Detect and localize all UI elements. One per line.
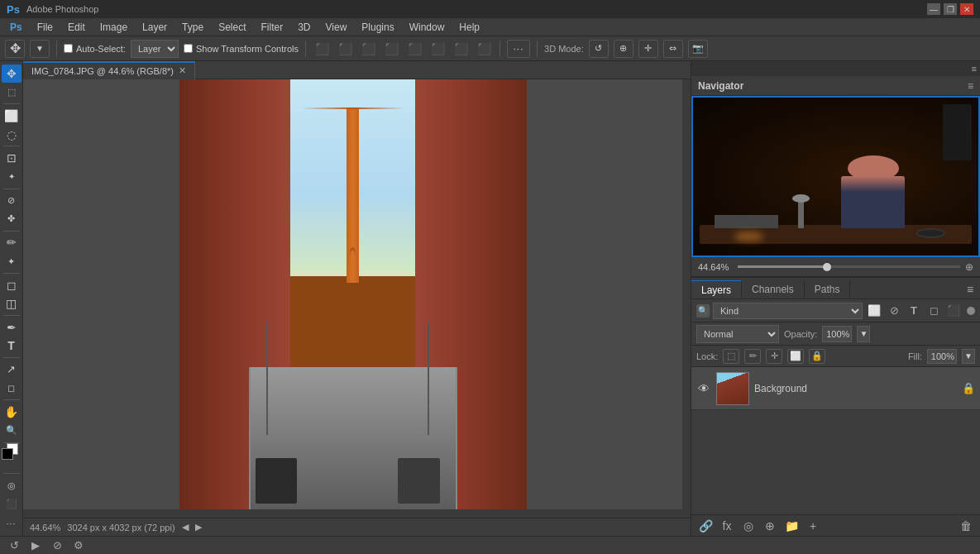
- filter-shape-btn[interactable]: ◻: [925, 303, 942, 319]
- artboard-tool[interactable]: ⬚: [2, 84, 22, 102]
- lock-transparent-btn[interactable]: ⬚: [723, 349, 739, 364]
- prev-btn[interactable]: ◀: [182, 522, 189, 533]
- quick-mask-btn[interactable]: ◎: [2, 476, 22, 494]
- lock-all-btn[interactable]: 🔒: [809, 349, 825, 364]
- align-left-btn[interactable]: ⬛: [313, 40, 331, 58]
- screen-mode-btn[interactable]: ⬛: [2, 495, 22, 513]
- minimize-button[interactable]: —: [927, 3, 940, 15]
- crop-tool[interactable]: ⊡: [2, 149, 22, 167]
- 3d-walk-btn[interactable]: ✛: [638, 40, 658, 58]
- add-mask-btn[interactable]: ◎: [739, 518, 758, 534]
- more-tools-btn[interactable]: ···: [2, 515, 22, 533]
- lasso-tool[interactable]: ◌: [2, 126, 22, 144]
- menu-plugins[interactable]: Plugins: [355, 20, 400, 35]
- menu-filter[interactable]: Filter: [254, 20, 289, 35]
- adjustments-btn[interactable]: ⊘: [48, 537, 66, 554]
- transform-checkbox[interactable]: [184, 44, 193, 53]
- foreground-color-swatch[interactable]: [2, 448, 13, 460]
- opacity-arrow[interactable]: ▼: [857, 326, 870, 342]
- align-right-btn[interactable]: ⬛: [359, 40, 377, 58]
- tab-close-btn[interactable]: ✕: [179, 65, 186, 76]
- align-h-btn[interactable]: ⬛: [382, 40, 400, 58]
- delete-layer-btn[interactable]: 🗑: [957, 518, 975, 534]
- layer-filter-select[interactable]: Kind: [713, 303, 863, 319]
- fill-arrow[interactable]: ▼: [962, 349, 975, 364]
- arrange-btn[interactable]: ✥: [5, 40, 25, 58]
- opacity-input[interactable]: [822, 326, 852, 342]
- menu-view[interactable]: View: [319, 20, 354, 35]
- add-group-btn[interactable]: 📁: [782, 518, 801, 534]
- layers-menu-btn[interactable]: ≡: [960, 280, 980, 298]
- brush-tool[interactable]: ✏: [2, 234, 22, 252]
- path-selection-tool[interactable]: ↗: [2, 361, 22, 379]
- more-options-btn[interactable]: ···: [507, 40, 530, 58]
- zoom-slider-thumb[interactable]: [823, 263, 831, 271]
- close-button[interactable]: ✕: [960, 3, 973, 15]
- history-btn[interactable]: ↺: [5, 537, 23, 554]
- align-middle-btn[interactable]: ⬛: [428, 40, 447, 58]
- healing-tool[interactable]: ✤: [2, 210, 22, 228]
- add-adjustment-btn[interactable]: ⊕: [761, 518, 779, 534]
- gradient-tool[interactable]: ◫: [2, 294, 22, 313]
- eyedropper-tool[interactable]: ⊘: [2, 191, 22, 209]
- menu-ps[interactable]: Ps: [3, 20, 29, 35]
- fill-input[interactable]: [927, 349, 957, 364]
- auto-select-type[interactable]: Layer: [131, 40, 179, 58]
- panel-collapse-btn[interactable]: ≡: [972, 64, 977, 74]
- next-btn[interactable]: ▶: [195, 522, 202, 533]
- lock-artboard-btn[interactable]: ⬜: [787, 349, 804, 364]
- pen-tool[interactable]: ✒: [2, 318, 22, 337]
- zoom-max-icon[interactable]: ⊕: [965, 261, 973, 273]
- lock-image-btn[interactable]: ✏: [744, 349, 761, 364]
- vertical-scrollbar[interactable]: [682, 79, 691, 518]
- shape-tool[interactable]: ◻: [2, 380, 22, 398]
- blend-mode-select[interactable]: Normal: [696, 325, 779, 343]
- menu-edit[interactable]: Edit: [61, 20, 92, 35]
- filter-pixel-btn[interactable]: ⬜: [866, 303, 882, 319]
- tab-channels[interactable]: Channels: [742, 280, 805, 298]
- marquee-tool[interactable]: ⬜: [2, 107, 22, 125]
- properties-btn[interactable]: ⚙: [69, 537, 88, 554]
- canvas-container[interactable]: [23, 79, 682, 518]
- filter-smart-btn[interactable]: ⬛: [945, 303, 962, 319]
- menu-type[interactable]: Type: [175, 20, 210, 35]
- align-center-btn[interactable]: ⬛: [336, 40, 354, 58]
- zoom-slider[interactable]: [738, 265, 960, 268]
- menu-help[interactable]: Help: [452, 20, 486, 35]
- move-options-btn[interactable]: ▼: [30, 40, 50, 58]
- eraser-tool[interactable]: ◻: [2, 276, 22, 294]
- layer-row-background[interactable]: 👁 Background 🔒: [691, 367, 980, 410]
- maximize-button[interactable]: ❐: [944, 3, 957, 15]
- move-tool[interactable]: ✥: [2, 64, 22, 83]
- menu-3d[interactable]: 3D: [291, 20, 317, 35]
- add-layer-btn[interactable]: +: [804, 518, 822, 534]
- filter-type-btn[interactable]: T: [906, 303, 922, 319]
- actions-btn[interactable]: ▶: [26, 537, 45, 554]
- text-tool[interactable]: T: [2, 337, 22, 356]
- zoom-tool[interactable]: 🔍: [2, 422, 22, 440]
- tab-paths[interactable]: Paths: [805, 280, 851, 298]
- horizontal-scrollbar[interactable]: [23, 509, 682, 518]
- clone-tool[interactable]: ✦: [2, 252, 22, 270]
- canvas-tab[interactable]: IMG_0784.JPG @ 44.6% (RGB/8*) ✕: [23, 61, 195, 79]
- hand-tool[interactable]: ✋: [2, 403, 22, 421]
- 3d-orbit-btn[interactable]: ↺: [589, 40, 609, 58]
- menu-select[interactable]: Select: [212, 20, 252, 35]
- 3d-camera-btn[interactable]: 📷: [688, 40, 708, 58]
- menu-window[interactable]: Window: [403, 20, 452, 35]
- menu-image[interactable]: Image: [93, 20, 134, 35]
- measure-tool[interactable]: ✦: [2, 168, 22, 186]
- lock-position-btn[interactable]: ✛: [766, 349, 782, 364]
- distribute-btn[interactable]: ⬛: [475, 40, 493, 58]
- 3d-pan-btn[interactable]: ⊕: [614, 40, 633, 58]
- navigator-menu-btn[interactable]: ≡: [968, 80, 973, 92]
- auto-select-checkbox[interactable]: [64, 44, 73, 53]
- align-bottom-btn[interactable]: ⬛: [452, 40, 470, 58]
- align-top-btn[interactable]: ⬛: [405, 40, 423, 58]
- filter-adjust-btn[interactable]: ⊘: [886, 303, 902, 319]
- add-style-btn[interactable]: fx: [718, 518, 736, 534]
- layer-visibility-toggle[interactable]: 👁: [696, 381, 711, 396]
- tab-layers[interactable]: Layers: [691, 280, 742, 298]
- 3d-slide-btn[interactable]: ⇔: [663, 40, 683, 58]
- menu-file[interactable]: File: [31, 20, 60, 35]
